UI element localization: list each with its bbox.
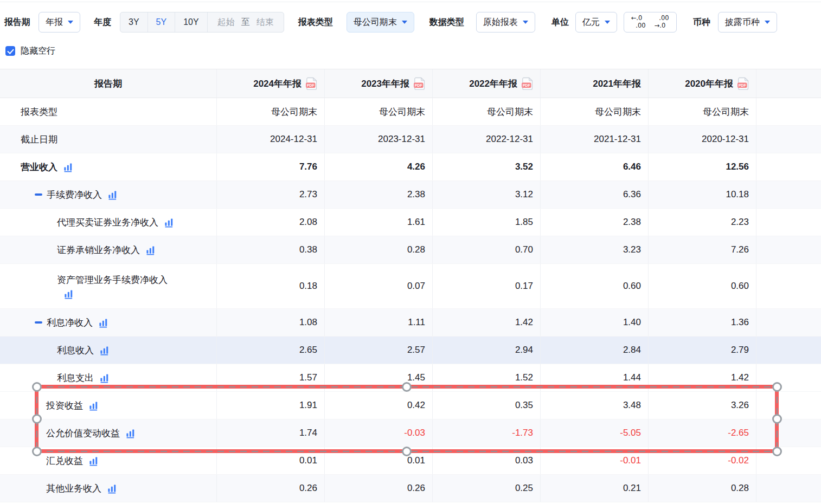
value-cell: 2022-12-31: [433, 126, 541, 153]
bar-chart-icon[interactable]: [88, 456, 99, 466]
year-range-segment: 3Y 5Y 10Y 起始 至 结束: [120, 12, 284, 33]
value-cell: 1.45: [325, 364, 433, 391]
chevron-down-icon: [402, 21, 407, 24]
bar-chart-icon[interactable]: [107, 190, 118, 200]
value-cell: 母公司期末: [433, 98, 541, 125]
annotation-handle[interactable]: [772, 414, 782, 424]
col-header-2021: 2021年年报: [541, 69, 649, 98]
unit-value: 亿元: [582, 17, 600, 28]
table-row: 报表类型 母公司期末 母公司期末 母公司期末 母公司期末 母公司期末: [0, 98, 821, 126]
pdf-icon[interactable]: PDF: [521, 77, 533, 91]
value-cell: 3.12: [433, 181, 541, 208]
collapse-icon[interactable]: [35, 321, 42, 324]
chevron-down-icon: [605, 21, 610, 24]
value-cell: 12.56: [649, 153, 756, 180]
pdf-icon[interactable]: PDF: [305, 77, 317, 91]
pdf-icon[interactable]: PDF: [737, 77, 749, 91]
value-cell: 2.38: [325, 181, 433, 208]
bar-chart-icon[interactable]: [99, 373, 110, 383]
annotation-handle[interactable]: [772, 447, 782, 456]
value-cell: 1.42: [649, 364, 756, 391]
data-type-label: 数据类型: [429, 17, 464, 28]
bar-chart-icon[interactable]: [98, 318, 108, 328]
decimal-increase-button[interactable]: .00 →.0: [655, 15, 669, 30]
value-cell: 母公司期末: [649, 98, 756, 125]
report-type-select[interactable]: 母公司期末: [347, 12, 414, 33]
value-cell: 7.26: [649, 236, 756, 263]
value-cell: -5.05: [541, 419, 649, 447]
hide-empty-checkbox[interactable]: [5, 46, 15, 56]
year-10y-button[interactable]: 10Y: [175, 12, 207, 32]
annotation-handle[interactable]: [32, 414, 42, 424]
bar-chart-icon[interactable]: [88, 400, 99, 411]
collapse-icon[interactable]: [35, 193, 42, 196]
value-cell: 0.07: [325, 264, 433, 308]
annotation-handle[interactable]: [402, 382, 412, 392]
value-cell: 1.91: [217, 392, 325, 419]
annotation-handle[interactable]: [32, 382, 42, 392]
value-cell: 0.01: [325, 447, 433, 474]
value-cell: 3.23: [541, 236, 649, 263]
row-label: 公允价值变动收益: [46, 427, 120, 440]
value-cell: 1.57: [217, 364, 325, 391]
bar-chart-icon[interactable]: [145, 245, 156, 255]
report-period-select[interactable]: 年报: [39, 12, 80, 33]
bar-chart-icon[interactable]: [107, 483, 117, 494]
value-cell: 0.03: [433, 447, 541, 474]
value-cell: 3.48: [541, 392, 649, 419]
currency-select[interactable]: 披露币种: [718, 12, 777, 33]
row-label: 资产管理业务手续费净收入: [57, 274, 168, 286]
value-cell: 1.44: [541, 364, 649, 391]
top-divider: [0, 2, 821, 2]
report-period-label: 报告期: [4, 17, 30, 28]
value-cell: 0.26: [325, 475, 433, 502]
currency-label: 币种: [693, 17, 710, 28]
table-row: 手续费净收入 2.73 2.38 3.12 6.36 10.18: [0, 181, 821, 209]
table-row: 利息收入 2.65 2.57 2.94 2.84 2.79: [0, 337, 821, 364]
annotation-handle[interactable]: [772, 382, 782, 392]
value-cell: 母公司期末: [217, 98, 325, 125]
bar-chart-icon[interactable]: [63, 289, 74, 299]
bar-chart-icon[interactable]: [63, 162, 73, 172]
unit-select[interactable]: 亿元: [575, 12, 617, 33]
value-cell: 0.28: [325, 236, 433, 263]
table-row: 其他业务收入 0.26 0.26 0.25 0.21 0.28: [0, 475, 821, 502]
row-label: 利息支出: [57, 372, 94, 384]
value-cell: 母公司期末: [541, 98, 649, 125]
data-type-value: 原始报表: [483, 17, 518, 28]
value-cell: 母公司期末: [325, 98, 433, 125]
value-cell: 0.01: [217, 447, 325, 474]
data-type-select[interactable]: 原始报表: [476, 12, 535, 33]
year-5y-button[interactable]: 5Y: [147, 12, 175, 32]
value-cell: 3.26: [649, 392, 756, 419]
year-custom-range-button[interactable]: 起始 至 结束: [207, 12, 284, 32]
annotation-handle[interactable]: [402, 447, 412, 456]
hide-empty-row: 隐藏空行: [0, 46, 821, 56]
chevron-down-icon: [68, 21, 73, 24]
col-header-2024: 2024年年报 PDF: [217, 69, 325, 98]
currency-value: 披露币种: [725, 17, 760, 28]
value-cell: 2.79: [649, 337, 756, 364]
annotation-handle[interactable]: [32, 447, 42, 456]
row-label: 营业收入: [21, 161, 57, 173]
bar-chart-icon[interactable]: [99, 345, 110, 356]
bar-chart-icon[interactable]: [164, 217, 174, 228]
value-cell: 3.52: [433, 153, 541, 180]
svg-text:PDF: PDF: [739, 83, 747, 87]
value-cell: 2.23: [649, 209, 756, 236]
value-cell: 0.35: [433, 392, 541, 419]
decimal-decrease-button[interactable]: ←.0 .00: [631, 15, 646, 30]
pdf-icon[interactable]: PDF: [413, 77, 425, 91]
row-label: 证券承销业务净收入: [57, 244, 140, 256]
report-type-label: 报表类型: [298, 17, 333, 28]
bar-chart-icon[interactable]: [125, 428, 136, 438]
value-cell: 1.08: [217, 309, 325, 336]
value-cell: 2024-12-31: [217, 126, 325, 153]
value-cell: 0.70: [433, 236, 541, 263]
value-cell: 2.94: [433, 337, 541, 364]
year-3y-button[interactable]: 3Y: [120, 12, 147, 32]
value-cell: 0.28: [649, 475, 756, 502]
value-cell: 6.46: [541, 153, 649, 180]
value-cell: 0.38: [217, 236, 325, 263]
value-cell: 2.38: [541, 209, 649, 236]
